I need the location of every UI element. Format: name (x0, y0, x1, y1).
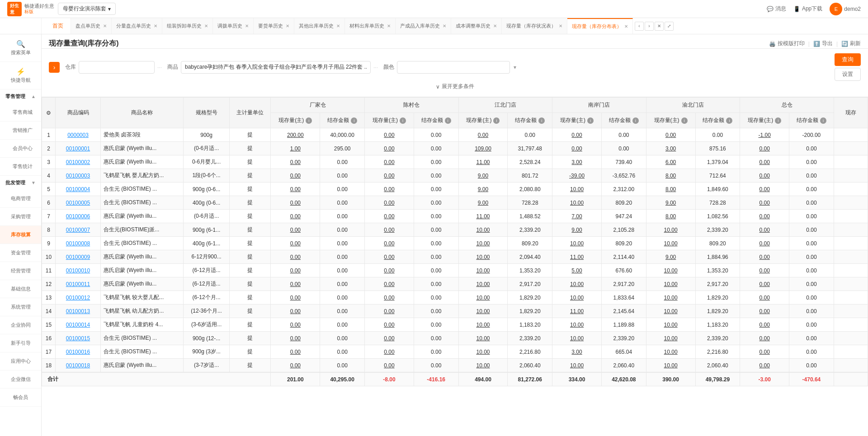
row-na-qty[interactable]: 9.00 (552, 223, 602, 237)
sidebar-item-inventory[interactable]: 库存核算 (0, 226, 41, 244)
row-yb-qty[interactable]: 8.00 (646, 169, 695, 183)
sidebar-item-management[interactable]: 经营管理 (0, 262, 41, 280)
row-na-qty[interactable]: 0.00 (552, 142, 602, 155)
row-code[interactable]: 00100009 (56, 250, 101, 264)
row-na-qty[interactable]: 3.00 (552, 155, 602, 169)
row-jb-qty[interactable]: 10.00 (458, 318, 508, 332)
tab-其他出库单历史[interactable]: 其他出库单历史 ✕ (294, 18, 345, 34)
row-jb-qty[interactable]: 10.00 (458, 237, 508, 250)
tab-next-button[interactable]: › (645, 22, 654, 31)
close-icon[interactable]: ✕ (559, 23, 562, 28)
row-code[interactable]: 00100014 (56, 318, 101, 332)
row-fj-qty[interactable]: 1.00 (271, 142, 320, 155)
row-jb-qty[interactable]: 9.00 (458, 196, 508, 210)
row-yb-qty[interactable]: 10.00 (646, 223, 695, 237)
sidebar-item-search[interactable]: 🔍 搜索英单 (0, 34, 41, 62)
row-yb-qty[interactable]: 0.00 (646, 128, 695, 142)
sidebar-item-retail[interactable]: 零售管理 ▲ (0, 89, 41, 103)
close-icon[interactable]: ✕ (387, 23, 391, 28)
row-fj-qty[interactable]: 0.00 (271, 183, 320, 196)
row-fj-qty[interactable]: 0.00 (271, 332, 320, 345)
row-fj-qty[interactable]: 0.00 (271, 237, 320, 250)
row-na-qty[interactable]: 10.00 (552, 332, 602, 345)
row-code[interactable]: 00100002 (56, 155, 101, 169)
row-code[interactable]: 00100008 (56, 237, 101, 250)
row-cc-qty[interactable]: 0.00 (365, 291, 414, 305)
table-container[interactable]: ⚙ 商品编码 商品名称 规格型号 主计量单位 厂家仓 陈村仓 江北门店 南岸门店… (42, 97, 868, 436)
close-icon[interactable]: ✕ (624, 24, 628, 29)
row-cc-qty[interactable]: 0.00 (365, 305, 414, 318)
row-fj-qty[interactable]: 0.00 (271, 264, 320, 277)
row-yb-qty[interactable]: 9.00 (646, 250, 695, 264)
row-cc-qty[interactable]: 0.00 (365, 237, 414, 250)
row-yb-qty[interactable]: 10.00 (646, 237, 695, 250)
row-cc-qty[interactable]: 0.00 (365, 223, 414, 237)
row-cc-qty[interactable]: 0.00 (365, 210, 414, 223)
row-cc-qty[interactable]: 0.00 (365, 142, 414, 155)
tab-现存量库存分布表[interactable]: 现存量（库存分布表）✕ (567, 18, 633, 34)
row-cc-qty[interactable]: 0.00 (365, 183, 414, 196)
close-icon[interactable]: ✕ (103, 23, 107, 28)
row-total-qty[interactable]: 0.00 (740, 237, 789, 250)
row-code[interactable]: 00100005 (56, 196, 101, 210)
row-code[interactable]: 00100011 (56, 277, 101, 291)
info-icon[interactable]: i (632, 117, 639, 124)
info-icon[interactable]: i (493, 117, 500, 124)
row-cc-qty[interactable]: 0.00 (365, 250, 414, 264)
row-yb-qty[interactable]: 10.00 (646, 264, 695, 277)
close-icon[interactable]: ✕ (154, 23, 157, 28)
row-jb-qty[interactable]: 10.00 (458, 250, 508, 264)
row-jb-qty[interactable]: 11.00 (458, 210, 508, 223)
row-yb-qty[interactable]: 10.00 (646, 291, 695, 305)
row-cc-qty[interactable]: 0.00 (365, 345, 414, 359)
row-fj-qty[interactable]: 0.00 (271, 345, 320, 359)
sidebar-item-marketing[interactable]: 营销推广 (0, 122, 41, 140)
row-jb-qty[interactable]: 109.00 (458, 142, 508, 155)
row-cc-qty[interactable]: 0.00 (365, 196, 414, 210)
close-icon[interactable]: ✕ (493, 23, 497, 28)
row-na-qty[interactable]: 10.00 (552, 196, 602, 210)
row-total-qty[interactable]: 0.00 (740, 318, 789, 332)
row-fj-qty[interactable]: 0.00 (271, 169, 320, 183)
sidebar-item-enterprise[interactable]: 企业协同 (0, 316, 41, 334)
row-code[interactable]: 0000003 (56, 128, 101, 142)
row-code[interactable]: 00100012 (56, 291, 101, 305)
row-jb-qty[interactable]: 10.00 (458, 359, 508, 373)
info-icon[interactable]: i (775, 117, 781, 124)
row-cc-qty[interactable]: 0.00 (365, 264, 414, 277)
sidebar-item-finance[interactable]: 资金管理 (0, 244, 41, 262)
sidebar-item-wechat[interactable]: 企业微信 (0, 370, 41, 389)
row-total-qty[interactable]: 0.00 (740, 210, 789, 223)
sidebar-item-vip[interactable]: 畅会员 (0, 389, 41, 407)
row-jb-qty[interactable]: 11.00 (458, 155, 508, 169)
tab-prev-button[interactable]: ‹ (635, 22, 644, 31)
info-icon[interactable]: i (538, 117, 545, 124)
sidebar-item-basic-info[interactable]: 基础信息 (0, 280, 41, 298)
info-icon[interactable]: i (351, 117, 357, 124)
row-code[interactable]: 00100001 (56, 142, 101, 155)
row-yb-qty[interactable]: 10.00 (646, 305, 695, 318)
sidebar-item-system[interactable]: 系统管理 (0, 298, 41, 316)
tab-成本调整单历史[interactable]: 成本调整单历史 ✕ (451, 18, 502, 34)
sidebar-item-wholesale[interactable]: 批发管理 ▼ (0, 176, 41, 190)
settings-button[interactable]: 设置 (835, 68, 861, 81)
messages-button[interactable]: 💬 消息 (767, 5, 786, 13)
row-code[interactable]: 00100003 (56, 169, 101, 183)
row-code[interactable]: 00100013 (56, 305, 101, 318)
row-cc-qty[interactable]: 0.00 (365, 318, 414, 332)
row-jb-qty[interactable]: 10.00 (458, 345, 508, 359)
row-total-qty[interactable]: 0.00 (740, 196, 789, 210)
row-jb-qty[interactable]: 10.00 (458, 264, 508, 277)
row-fj-qty[interactable]: 0.00 (271, 305, 320, 318)
row-yb-qty[interactable]: 8.00 (646, 183, 695, 196)
tab-调拨单历史[interactable]: 调拨单历史 ✕ (213, 18, 254, 34)
app-download-button[interactable]: 📱 App下载 (793, 5, 822, 13)
query-button[interactable]: 查询 (835, 53, 861, 66)
row-cc-qty[interactable]: 0.00 (365, 128, 414, 142)
row-yb-qty[interactable]: 10.00 (646, 345, 695, 359)
close-icon[interactable]: ✕ (443, 23, 446, 28)
row-na-qty[interactable]: 10.00 (552, 318, 602, 332)
row-yb-qty[interactable]: 10.00 (646, 277, 695, 291)
info-icon[interactable]: i (306, 117, 312, 124)
row-na-qty[interactable]: 10.00 (552, 277, 602, 291)
